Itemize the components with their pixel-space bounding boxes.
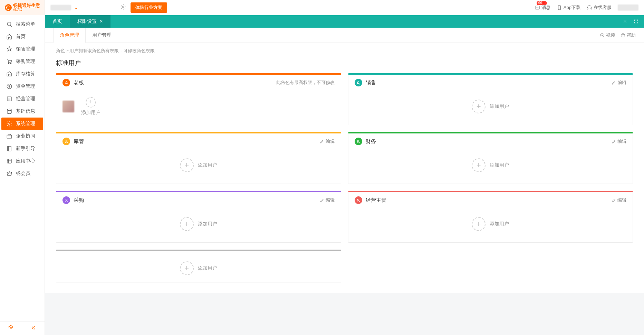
sidebar: 畅捷通好生意 精品版 搜索菜单首页销售管理采购管理库存核算资金管理经营管理基础信… bbox=[0, 0, 45, 335]
role-note: 此角色有最高权限，不可修改 bbox=[276, 80, 335, 86]
stock-icon bbox=[6, 71, 12, 77]
tabstrip: 首页 权限设置 ✕ bbox=[45, 15, 644, 28]
app-download-button[interactable]: App下载 bbox=[557, 4, 580, 11]
link-icon bbox=[6, 133, 12, 139]
sidebar-item-label: 首页 bbox=[16, 34, 26, 40]
add-user-button[interactable]: +添加用户 bbox=[180, 261, 217, 275]
topbar: ⌄ 体验行业方案 99 + 消息 App下载 在线客服 bbox=[45, 0, 644, 15]
add-user-button[interactable]: +添加用户 bbox=[472, 217, 509, 231]
role-name: 老板 bbox=[74, 80, 84, 86]
edit-button[interactable]: 编辑 bbox=[612, 197, 626, 203]
sidebar-item-label: 企业协同 bbox=[16, 133, 35, 139]
svg-point-19 bbox=[357, 81, 359, 83]
gear-icon bbox=[6, 121, 12, 127]
sidebar-item-7[interactable]: 基础信息 bbox=[0, 105, 45, 118]
sidebar-bottom bbox=[0, 321, 45, 335]
edit-button[interactable]: 编辑 bbox=[612, 80, 626, 86]
company-name-redacted bbox=[50, 5, 71, 10]
sidebar-item-label: 基础信息 bbox=[16, 108, 35, 114]
panel-tab-role[interactable]: 角色管理 bbox=[53, 28, 86, 43]
add-user-button[interactable]: +添加用户 bbox=[180, 217, 217, 231]
role-card-3: 财务编辑+添加用户 bbox=[348, 132, 633, 184]
svg-point-10 bbox=[10, 327, 12, 328]
role-name: 财务 bbox=[366, 138, 376, 145]
role-name: 采购 bbox=[74, 197, 84, 204]
panel-tab-user[interactable]: 用户管理 bbox=[86, 28, 118, 43]
sidebar-item-10[interactable]: 新手引导 bbox=[0, 142, 45, 155]
add-user-button[interactable]: +添加用户 bbox=[180, 158, 217, 172]
role-icon bbox=[63, 196, 70, 204]
video-link[interactable]: 视频 bbox=[600, 32, 615, 38]
sidebar-item-label: 新手引导 bbox=[16, 146, 35, 152]
sidebar-item-4[interactable]: 库存核算 bbox=[0, 68, 45, 80]
sidebar-item-8[interactable]: 系统管理 bbox=[1, 118, 43, 130]
fullscreen-icon[interactable] bbox=[632, 18, 640, 25]
cart-icon bbox=[6, 58, 12, 65]
user-avatar[interactable] bbox=[63, 101, 74, 112]
messages-label: 消息 bbox=[541, 4, 550, 11]
add-user-button[interactable]: +添加用户 bbox=[472, 158, 509, 172]
sidebar-item-2[interactable]: 销售管理 bbox=[0, 43, 45, 55]
company-settings-icon[interactable] bbox=[120, 4, 126, 11]
edit-button[interactable]: 编辑 bbox=[320, 197, 335, 203]
role-name: 库管 bbox=[74, 138, 84, 145]
sidebar-item-11[interactable]: 应用中心 bbox=[0, 155, 45, 167]
role-icon bbox=[355, 138, 362, 145]
role-icon bbox=[355, 79, 362, 86]
tabstrip-close-icon[interactable] bbox=[621, 18, 629, 25]
role-card-6: +添加用户 bbox=[56, 250, 341, 282]
sidebar-item-5[interactable]: 资金管理 bbox=[0, 80, 45, 93]
role-icon bbox=[355, 196, 362, 204]
sidebar-item-label: 搜索菜单 bbox=[16, 21, 35, 27]
sidebar-item-9[interactable]: 企业协同 bbox=[0, 130, 45, 142]
tab-permissions[interactable]: 权限设置 ✕ bbox=[70, 15, 110, 28]
app-icon bbox=[6, 158, 12, 164]
list-icon bbox=[6, 96, 12, 102]
svg-point-0 bbox=[7, 22, 11, 26]
role-name: 经营主管 bbox=[366, 197, 386, 204]
company-selector[interactable]: ⌄ bbox=[50, 5, 116, 10]
tab-home[interactable]: 首页 bbox=[45, 15, 70, 28]
chevron-down-icon: ⌄ bbox=[74, 5, 78, 10]
search-icon bbox=[6, 21, 12, 27]
vip-icon bbox=[6, 170, 12, 177]
role-icon bbox=[63, 138, 70, 145]
svg-point-20 bbox=[66, 140, 67, 141]
edit-button[interactable]: 编辑 bbox=[612, 138, 626, 145]
role-card-0: 老板此角色有最高权限，不可修改+添加用户 bbox=[56, 73, 341, 125]
close-icon[interactable]: ✕ bbox=[99, 19, 103, 24]
add-user-button[interactable]: +添加用户 bbox=[472, 100, 509, 113]
role-card-1: 销售编辑+添加用户 bbox=[348, 73, 633, 125]
sidebar-item-0[interactable]: 搜索菜单 bbox=[0, 18, 45, 30]
logo[interactable]: 畅捷通好生意 精品版 bbox=[0, 0, 45, 15]
svg-point-23 bbox=[357, 199, 359, 200]
sidebar-item-3[interactable]: 采购管理 bbox=[0, 55, 45, 68]
edit-button[interactable]: 编辑 bbox=[320, 138, 335, 145]
home-icon bbox=[6, 34, 12, 40]
svg-rect-8 bbox=[8, 146, 11, 151]
svg-point-2 bbox=[10, 63, 11, 64]
svg-point-22 bbox=[66, 199, 67, 200]
messages-button[interactable]: 99 + 消息 bbox=[535, 4, 550, 11]
role-card-2: 库管编辑+添加用户 bbox=[56, 132, 341, 184]
hint-text: 角色下用户拥有该角色所有权限，可修改角色权限 bbox=[56, 48, 633, 54]
industry-cta-button[interactable]: 体验行业方案 bbox=[131, 2, 167, 13]
add-user-button[interactable]: +添加用户 bbox=[81, 97, 100, 116]
sidebar-item-6[interactable]: 经营管理 bbox=[0, 93, 45, 105]
collapse-icon[interactable] bbox=[31, 325, 36, 332]
sidebar-item-1[interactable]: 首页 bbox=[0, 30, 45, 43]
sidebar-item-label: 应用中心 bbox=[16, 158, 35, 164]
sidebar-item-12[interactable]: 畅会员 bbox=[0, 167, 45, 180]
settings-icon[interactable] bbox=[8, 325, 14, 332]
svg-point-11 bbox=[123, 6, 124, 8]
customer-service-button[interactable]: 在线客服 bbox=[587, 4, 612, 11]
help-link[interactable]: 帮助 bbox=[621, 32, 636, 38]
svg-rect-12 bbox=[535, 6, 539, 9]
db-icon bbox=[6, 108, 12, 114]
role-name: 销售 bbox=[366, 80, 376, 86]
panel-tabs: 角色管理 用户管理 视频 帮助 bbox=[45, 28, 644, 43]
money-icon bbox=[6, 83, 12, 90]
user-name-redacted[interactable] bbox=[618, 4, 638, 11]
download-label: App下载 bbox=[564, 4, 580, 11]
svg-point-18 bbox=[66, 81, 67, 83]
